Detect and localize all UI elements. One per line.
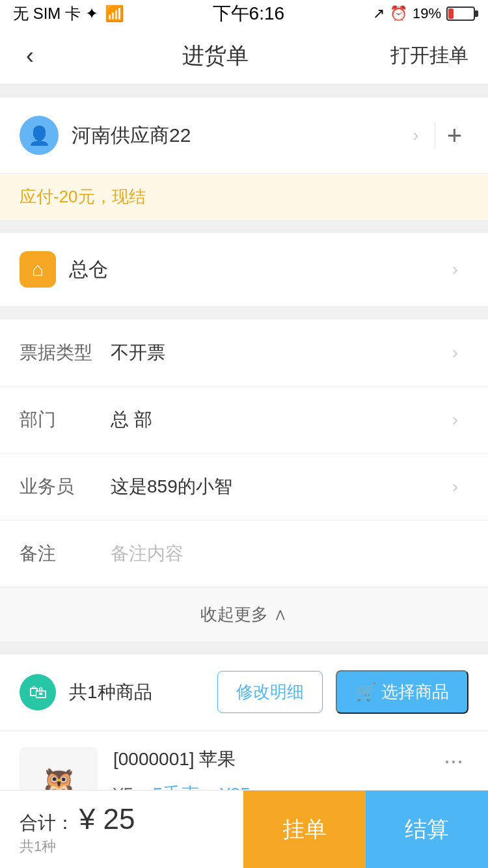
dept-row[interactable]: 部门 总 部 › xyxy=(0,386,488,453)
remark-row[interactable]: 备注 备注内容 xyxy=(0,520,488,587)
house-icon: ⌂ xyxy=(32,258,44,280)
warehouse-row[interactable]: ⌂ 总仓 › xyxy=(0,233,488,306)
warehouse-icon: ⌂ xyxy=(20,251,56,288)
invoice-chevron-icon: › xyxy=(452,342,458,363)
warehouse-section: ⌂ 总仓 › xyxy=(0,233,488,306)
supplier-chevron-icon: › xyxy=(413,125,418,146)
open-hang-button[interactable]: 打开挂单 xyxy=(390,42,468,69)
footer-total-row: 合计： ¥ 25 xyxy=(20,803,224,835)
product-name: [0000001] 苹果 xyxy=(113,747,439,772)
nav-bar: ‹ 进货单 打开挂单 xyxy=(0,27,488,85)
hang-button[interactable]: 挂单 xyxy=(243,791,366,869)
avatar-icon: 👤 xyxy=(28,125,51,146)
select-product-label: 选择商品 xyxy=(381,681,449,703)
status-left: 无 SIM 卡 ✦ 📶 xyxy=(13,3,124,24)
product-code: [0000001] xyxy=(113,749,195,769)
alarm-icon: ⏰ xyxy=(390,5,407,22)
section-gap-2 xyxy=(0,220,488,233)
dept-label: 部门 xyxy=(20,407,111,432)
product-more-button[interactable]: ··· xyxy=(439,747,468,774)
sales-chevron-icon: › xyxy=(452,476,458,497)
footer: 合计： ¥ 25 共1种 挂单 结算 xyxy=(0,790,488,868)
collapse-button[interactable]: 收起更多 ∧ xyxy=(0,587,488,642)
dept-chevron-icon: › xyxy=(452,409,458,430)
remark-input[interactable]: 备注内容 xyxy=(111,541,468,566)
section-gap-3 xyxy=(0,306,488,319)
supplier-notice: 应付-20元，现结 xyxy=(0,174,488,220)
section-gap-4 xyxy=(0,642,488,655)
sales-value: 这是859的小智 xyxy=(111,474,442,499)
product-count-text: 共1种商品 xyxy=(69,680,204,705)
total-amount: ¥ 25 xyxy=(79,803,135,835)
divider xyxy=(435,122,435,148)
location-icon: ↗ xyxy=(373,5,385,22)
select-product-button[interactable]: 🛒 选择商品 xyxy=(336,670,468,714)
footer-total: 合计： ¥ 25 共1种 xyxy=(0,803,243,856)
form-section: 票据类型 不开票 › 部门 总 部 › 业务员 这是859的小智 › 备注 备注… xyxy=(0,319,488,642)
bag-icon: 🛍 xyxy=(29,681,47,703)
invoice-row[interactable]: 票据类型 不开票 › xyxy=(0,319,488,386)
sales-row[interactable]: 业务员 这是859的小智 › xyxy=(0,453,488,520)
supplier-avatar: 👤 xyxy=(20,116,59,155)
section-gap-1 xyxy=(0,85,488,98)
back-button[interactable]: ‹ xyxy=(20,36,40,76)
supplier-section: 👤 河南供应商22 › + 应付-20元，现结 xyxy=(0,98,488,220)
page-title: 进货单 xyxy=(182,41,249,71)
wifi-icon: 📶 xyxy=(105,5,124,23)
total-label: 合计： xyxy=(20,813,74,833)
edit-detail-button[interactable]: 修改明细 xyxy=(217,671,323,713)
supplier-name: 河南供应商22 xyxy=(72,122,402,149)
product-title: 苹果 xyxy=(199,749,236,769)
status-bar: 无 SIM 卡 ✦ 📶 下午6:16 ↗ ⏰ 19% xyxy=(0,0,488,27)
supplier-row[interactable]: 👤 河南供应商22 › + xyxy=(0,98,488,174)
status-time: 下午6:16 xyxy=(213,1,285,26)
dept-value: 总 部 xyxy=(111,407,442,432)
network-status: 无 SIM 卡 ✦ xyxy=(13,3,98,24)
sales-label: 业务员 xyxy=(20,474,111,499)
invoice-label: 票据类型 xyxy=(20,340,111,365)
status-right: ↗ ⏰ 19% xyxy=(373,5,475,22)
warehouse-name: 总仓 xyxy=(69,256,442,283)
settle-button[interactable]: 结算 xyxy=(366,791,488,869)
product-header: 🛍 共1种商品 修改明细 🛒 选择商品 xyxy=(0,655,488,729)
total-count: 共1种 xyxy=(20,837,224,856)
product-count-icon: 🛍 xyxy=(20,674,56,711)
remark-label: 备注 xyxy=(20,541,111,566)
cart-icon: 🛒 xyxy=(355,682,376,702)
warehouse-chevron-icon: › xyxy=(452,259,458,280)
battery-percent: 19% xyxy=(413,5,441,22)
add-supplier-button[interactable]: + xyxy=(441,121,468,150)
invoice-value: 不开票 xyxy=(111,340,442,365)
battery-icon xyxy=(446,7,475,21)
